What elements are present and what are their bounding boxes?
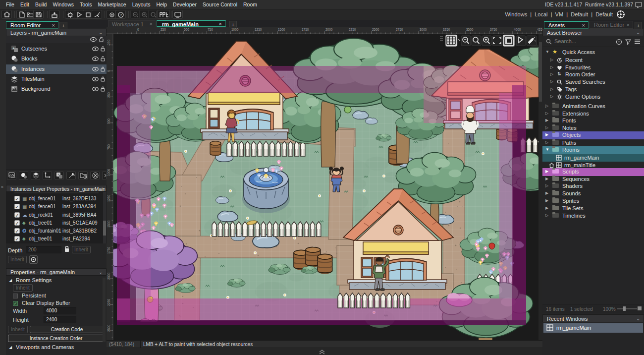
svg-text:0: 0 [137,28,139,31]
svg-text:3750: 3750 [490,28,497,31]
svg-text:1750: 1750 [302,28,309,31]
svg-text:3000: 3000 [420,28,427,31]
svg-text:4250: 4250 [537,28,542,31]
svg-text:2500: 2500 [107,324,110,332]
svg-text:3500: 3500 [466,28,474,31]
svg-text:4000: 4000 [514,28,521,31]
svg-text:1500: 1500 [278,28,285,31]
svg-text:2250: 2250 [107,298,110,306]
svg-text:500: 500 [184,28,189,31]
svg-text:0: 0 [107,70,110,72]
svg-text:2250: 2250 [349,28,356,31]
svg-text:2500: 2500 [372,28,379,31]
svg-text:2000: 2000 [325,28,333,31]
svg-text:500: 500 [107,118,110,124]
svg-text:250: 250 [161,28,166,31]
svg-text:-250: -250 [107,40,110,46]
svg-text:1750: 1750 [107,246,110,254]
svg-text:2750: 2750 [396,28,403,31]
svg-text:3250: 3250 [443,28,450,31]
svg-text:2000: 2000 [107,272,110,280]
svg-text:1250: 1250 [255,28,262,31]
svg-text:1500: 1500 [107,220,110,228]
svg-text:1000: 1000 [231,28,239,31]
svg-text:?: ? [120,13,122,17]
svg-text:1000: 1000 [107,169,110,176]
svg-text:1250: 1250 [107,194,110,202]
svg-text:250: 250 [107,92,110,98]
svg-text:750: 750 [107,144,110,150]
svg-text:750: 750 [208,28,213,31]
